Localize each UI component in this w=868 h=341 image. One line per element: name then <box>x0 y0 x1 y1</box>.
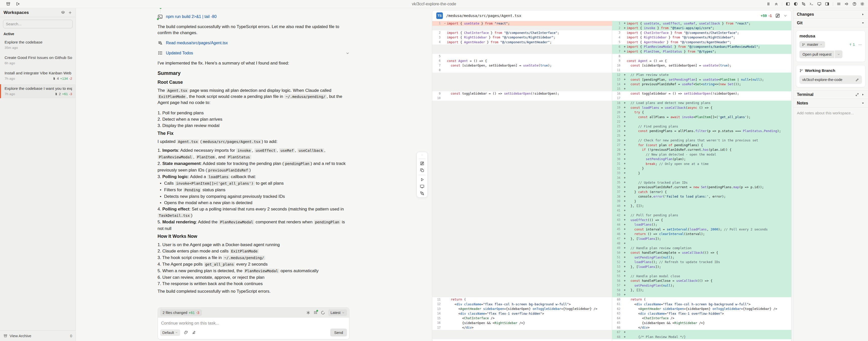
terminal-section-header[interactable]: Terminal <box>793 90 868 99</box>
git-compare-icon[interactable] <box>420 191 424 195</box>
sign-out-icon[interactable] <box>16 2 20 6</box>
diff-row <box>432 222 612 227</box>
chevron-down-icon <box>175 331 178 334</box>
chevron-down-icon[interactable] <box>346 51 349 55</box>
line-number: 63 <box>612 312 623 315</box>
paperclip-icon[interactable] <box>184 330 188 335</box>
search-input[interactable] <box>6 22 70 26</box>
view-archive-button[interactable]: View Archive 0 <box>0 330 76 341</box>
diff-row: 14 <div className="flex flex-1 overflow-… <box>432 311 612 316</box>
diff-panel: TS /medusa/medusa/src/pages/Agent.tsx +5… <box>432 10 792 341</box>
monitor-icon[interactable] <box>420 184 424 189</box>
send-button[interactable]: Send <box>330 329 347 336</box>
diff-row: 8 <box>432 68 612 72</box>
code-line: }, []); <box>627 288 644 292</box>
notes-placeholder[interactable]: Add notes about this workspace... <box>793 107 868 118</box>
diff-row: 2+import { invoke } from "@tauri-apps/ap… <box>612 26 792 31</box>
code-line: import { AgentHeader } from "@/component… <box>447 40 552 44</box>
line-number: 62 <box>612 307 623 311</box>
notes-section-header[interactable]: Notes <box>793 99 868 107</box>
git-section-header[interactable]: Git <box>793 19 868 27</box>
diff-row: 68+ {/* Plan Review Modal */} <box>612 335 792 339</box>
pencil-icon[interactable] <box>855 78 859 82</box>
workspace-item[interactable]: Explore the codebase 35m ago <box>0 38 76 52</box>
monitor-icon[interactable] <box>817 2 822 6</box>
workspace-item[interactable]: Create Good First Issues on Github So p … <box>0 53 76 67</box>
line-number: 28 <box>612 148 623 152</box>
code-line: import { RightSidebar } from "@/componen… <box>627 35 735 39</box>
code-line: <ChatInterface /> <box>447 316 494 320</box>
tool-call-row[interactable]: npm run build 2>&1 | tail -80 <box>158 14 349 20</box>
diff-row: 41+ <box>612 208 792 213</box>
workspace-item[interactable]: Explore the codebase I want you to exp 7… <box>0 84 76 98</box>
pull-request-dropdown[interactable] <box>835 50 842 58</box>
version-dropdown[interactable]: Latest <box>328 309 347 316</box>
line-number: 65 <box>612 321 623 324</box>
workspace-search[interactable] <box>3 20 73 28</box>
tool-call-row[interactable]: Read medusa/src/pages/Agent.tsx <box>158 40 349 46</box>
more-options-icon[interactable] <box>858 43 862 46</box>
workspace-title: Install and integrate Vibe Kanban Web ( <box>5 71 72 75</box>
diff-row: 3import { RightSidebar } from "@/compone… <box>432 35 612 40</box>
inline-code: ExitPlanMode <box>158 94 187 99</box>
diff-row: 33+ } <box>612 171 792 176</box>
panel-left-icon[interactable] <box>786 2 790 6</box>
code-line: {sidebarOpen && <RightSidebar />} <box>627 321 705 325</box>
archive-icon[interactable] <box>6 2 10 6</box>
files-changed-chip[interactable]: 2 files changed +61 -3 <box>160 309 202 316</box>
todos-status-icon[interactable] <box>314 311 318 315</box>
pause-icon[interactable] <box>766 2 771 6</box>
chevron-down-icon <box>820 43 823 46</box>
diff-sign: + <box>623 111 627 114</box>
working-branch-label: Working Branch <box>805 68 835 73</box>
list-item: 2. State management: Added state for tra… <box>158 160 349 174</box>
git-compare-icon[interactable] <box>801 2 806 6</box>
spark-icon[interactable] <box>306 311 310 315</box>
code-line: return ( <box>447 298 466 301</box>
workspaces-sidebar: Workspaces Active Explore the codebase 3… <box>0 8 76 341</box>
model-dropdown[interactable]: Default <box>160 329 180 336</box>
chevron-down-icon <box>342 311 345 314</box>
open-pull-request-button[interactable]: Open pull request <box>799 51 834 58</box>
gear-icon[interactable] <box>860 2 864 6</box>
changes-section-header[interactable]: Changes <box>793 10 868 19</box>
expand-icon[interactable] <box>855 93 859 96</box>
layers-icon[interactable] <box>61 11 65 15</box>
chevrons-up-icon[interactable] <box>774 2 778 6</box>
pen-icon[interactable] <box>192 330 196 335</box>
diff-row: 38+ console.error('Failed to load plans:… <box>612 194 792 199</box>
chevron-down-icon[interactable] <box>783 14 787 18</box>
line-number: 52 <box>612 260 623 264</box>
panel-right-icon[interactable] <box>825 2 829 6</box>
line-number: 59 <box>612 293 623 297</box>
terminal-icon[interactable] <box>809 2 814 6</box>
drag-handle-icon[interactable] <box>419 154 425 156</box>
git-branch-icon <box>802 43 805 46</box>
line-number: 37 <box>612 190 623 193</box>
line-number: 56 <box>612 279 623 283</box>
diff-sign: + <box>623 227 627 231</box>
line-number: 7 <box>612 50 623 53</box>
copy-icon[interactable] <box>420 168 424 173</box>
diff-sign: + <box>623 176 627 180</box>
contrast-icon[interactable] <box>794 2 798 6</box>
line-number: 39 <box>612 199 623 203</box>
message-input[interactable] <box>161 321 346 326</box>
play-icon[interactable] <box>420 177 424 182</box>
megaphone-icon[interactable] <box>844 2 849 6</box>
line-number: 5 <box>432 54 443 58</box>
help-icon[interactable] <box>852 2 857 6</box>
workspace-item[interactable]: Install and integrate Vibe Kanban Web ( … <box>0 69 76 83</box>
whitespace-icon[interactable] <box>420 161 424 166</box>
line-number: 8 <box>432 68 443 72</box>
whitespace-icon[interactable] <box>775 13 780 18</box>
code-line: setPendingPlan(plan); <box>627 157 686 161</box>
diff-row: 4import { AgentHeader } from "@/componen… <box>432 40 612 44</box>
diff-row <box>432 189 612 194</box>
tool-call-row[interactable]: Updated Todos <box>158 50 349 56</box>
plus-icon[interactable] <box>68 11 72 15</box>
working-branch-field[interactable]: vk/3ccf-explore-the-code <box>799 75 862 84</box>
menu-icon[interactable] <box>837 2 841 6</box>
diff-row <box>432 26 612 31</box>
branch-dropdown[interactable]: master <box>799 41 825 48</box>
